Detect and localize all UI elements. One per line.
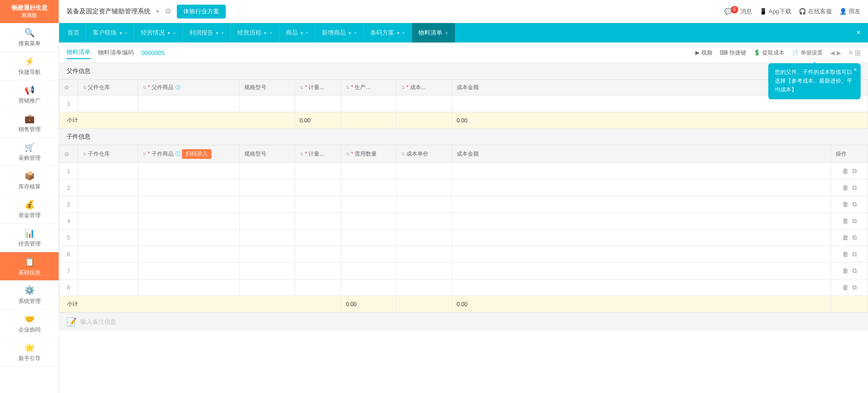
sub-tab-bom-list[interactable]: 物料清单 (66, 46, 90, 59)
child-product-3[interactable] (138, 196, 240, 213)
delete-icon-6[interactable]: 🗑 (842, 250, 849, 258)
online-service-btn[interactable]: 🎧 在线客服 (799, 7, 832, 16)
tab-operation-close[interactable]: × (173, 30, 175, 36)
sidebar-item-enterprise[interactable]: 🤝 企业协同 (0, 309, 59, 338)
sidebar-item-quick-nav[interactable]: ⚡ 快捷导航 (0, 52, 59, 80)
tab-barcode-close[interactable]: × (402, 30, 405, 36)
parent-cost-cell[interactable] (397, 96, 452, 112)
tab-barcode[interactable]: 条码方案 ▾ × (364, 23, 412, 42)
copy-icon-7[interactable]: ⧉ (852, 267, 857, 275)
child-costamt-6[interactable] (452, 246, 831, 263)
sidebar-item-guide[interactable]: 🌟 新手引导 (0, 338, 59, 367)
user-btn[interactable]: 👤 用友 (839, 7, 861, 16)
child-product-4[interactable] (138, 213, 240, 230)
close-panel-btn[interactable]: × (851, 29, 866, 37)
delete-icon-3[interactable]: 🗑 (842, 200, 849, 208)
cost-action[interactable]: 💲 提取成本 (753, 49, 784, 57)
settings-icon[interactable]: ⚙ (165, 7, 171, 16)
child-unit-1[interactable] (295, 163, 341, 180)
parent-spec-cell[interactable] (240, 96, 295, 112)
child-qty-1[interactable] (341, 163, 397, 180)
tab-home[interactable]: 首页 (61, 23, 86, 42)
child-unitprice-6[interactable] (397, 246, 452, 263)
child-unit-5[interactable] (295, 230, 341, 246)
child-costamt-5[interactable] (452, 230, 831, 246)
next-icon[interactable]: ▶ (837, 49, 841, 56)
copy-icon-1[interactable]: ⧉ (852, 167, 857, 175)
child-costamt-4[interactable] (452, 213, 831, 230)
child-product-5[interactable] (138, 230, 240, 246)
child-spec-6[interactable] (240, 246, 295, 263)
tab-bom-close[interactable]: × (445, 30, 448, 36)
parent-settings-icon[interactable]: ⚙ (64, 85, 69, 91)
shortcut-action[interactable]: ⌨ 快捷键 (720, 49, 746, 57)
child-unitprice-2[interactable] (397, 180, 452, 196)
prev-icon[interactable]: ◀ (830, 49, 835, 56)
delete-icon-1[interactable]: 🗑 (842, 167, 849, 175)
child-spec-4[interactable] (240, 213, 295, 230)
tooltip-close-btn[interactable]: × (853, 65, 857, 75)
child-qty-8[interactable] (341, 279, 397, 296)
delete-icon-2[interactable]: 🗑 (842, 184, 849, 192)
tab-bom[interactable]: 物料清单 × (412, 23, 455, 42)
sidebar-item-marketing[interactable]: 📢 营销推广 (0, 80, 59, 109)
child-unit-7[interactable] (295, 263, 341, 279)
child-product-8[interactable] (138, 279, 240, 296)
sidebar-item-finance[interactable]: 💰 资金管理 (0, 195, 59, 224)
child-warehouse-7[interactable] (78, 263, 138, 279)
sidebar-item-purchase[interactable]: 🛒 采购管理 (0, 138, 59, 166)
single-settings-action[interactable]: 📄 单据设置 (792, 49, 823, 57)
sidebar-item-inventory[interactable]: 📦 库存核算 (0, 166, 59, 195)
child-product-6[interactable] (138, 246, 240, 263)
dropdown-arrow-icon[interactable]: ▾ (156, 8, 159, 15)
grid-view-icon[interactable]: ⊞ (855, 48, 861, 57)
child-spec-3[interactable] (240, 196, 295, 213)
child-warehouse-4[interactable] (78, 213, 138, 230)
tab-customer[interactable]: 客户联络 ▾ × (86, 23, 134, 42)
child-warehouse-5[interactable] (78, 230, 138, 246)
child-qty-7[interactable] (341, 263, 397, 279)
child-unitprice-3[interactable] (397, 196, 452, 213)
child-costamt-3[interactable] (452, 196, 831, 213)
copy-icon-3[interactable]: ⧉ (852, 200, 857, 208)
sidebar-item-search[interactable]: 🔍 搜索菜单 (0, 23, 59, 52)
child-unitprice-7[interactable] (397, 263, 452, 279)
child-unit-2[interactable] (295, 180, 341, 196)
delete-icon-8[interactable]: 🗑 (842, 284, 849, 291)
tab-customer-close[interactable]: × (125, 30, 127, 36)
child-costamt-2[interactable] (452, 180, 831, 196)
child-spec-2[interactable] (240, 180, 295, 196)
delete-icon-4[interactable]: 🗑 (842, 217, 849, 225)
delete-icon-7[interactable]: 🗑 (842, 267, 849, 275)
tab-profit[interactable]: 利润报告 ▾ × (183, 23, 231, 42)
parent-col-settings[interactable]: ⚙ (60, 80, 78, 96)
child-qty-4[interactable] (341, 213, 397, 230)
scan-btn[interactable]: 扫码录入 (182, 149, 211, 159)
child-unit-3[interactable] (295, 196, 341, 213)
tab-goods[interactable]: 商品 ▾ × (279, 23, 315, 42)
child-qty-5[interactable] (341, 230, 397, 246)
child-spec-1[interactable] (240, 163, 295, 180)
sidebar-item-system[interactable]: ⚙️ 系统管理 (0, 281, 59, 309)
child-product-7[interactable] (138, 263, 240, 279)
child-qty-6[interactable] (341, 246, 397, 263)
sidebar-item-sales[interactable]: 💼 销售管理 (0, 109, 59, 138)
child-warehouse-3[interactable] (78, 196, 138, 213)
child-spec-5[interactable] (240, 230, 295, 246)
child-qty-2[interactable] (341, 180, 397, 196)
child-unitprice-8[interactable] (397, 279, 452, 296)
tab-history-close[interactable]: × (269, 30, 272, 36)
tab-goods-close[interactable]: × (306, 30, 308, 36)
app-download-btn[interactable]: 📱 App下载 (760, 7, 791, 16)
delete-icon-5[interactable]: 🗑 (842, 234, 849, 242)
sidebar-item-operations[interactable]: 📊 经营管理 (0, 224, 59, 252)
child-product-1[interactable] (138, 163, 240, 180)
child-warehouse-2[interactable] (78, 180, 138, 196)
child-unit-6[interactable] (295, 246, 341, 263)
copy-icon-5[interactable]: ⧉ (852, 234, 857, 242)
copy-icon-6[interactable]: ⧉ (852, 250, 857, 258)
tab-profit-close[interactable]: × (221, 30, 224, 36)
child-warehouse-6[interactable] (78, 246, 138, 263)
parent-warehouse-cell[interactable] (78, 96, 138, 112)
tab-history[interactable]: 经营历程 ▾ × (231, 23, 279, 42)
